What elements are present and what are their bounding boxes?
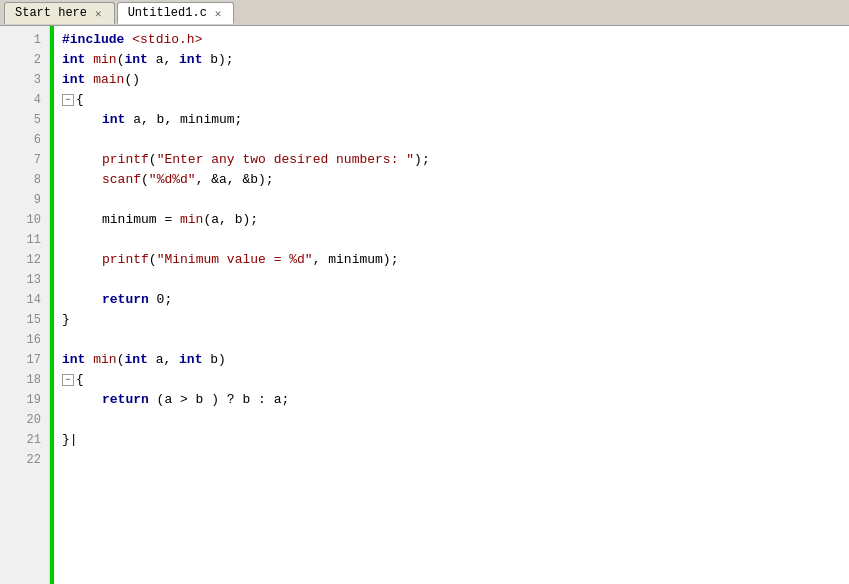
code-token: int — [124, 350, 147, 370]
code-token: ); — [414, 150, 430, 170]
line-number: 2 — [0, 50, 49, 70]
code-token: a, — [148, 50, 179, 70]
line-number: 8 — [0, 170, 49, 190]
editor: 12345678910111213141516171819202122 #inc… — [0, 26, 849, 584]
line-number: 22 — [0, 450, 49, 470]
code-token: printf — [102, 150, 149, 170]
code-token: b) — [202, 350, 225, 370]
code-token: int — [62, 70, 85, 90]
code-line: #include <stdio.h> — [62, 30, 841, 50]
line-number: 10 — [0, 210, 49, 230]
code-token: ( — [149, 250, 157, 270]
code-token: 0; — [149, 290, 172, 310]
code-token: "%d%d" — [149, 170, 196, 190]
code-token — [124, 30, 132, 50]
code-line: return 0; — [62, 290, 841, 310]
tab-close-icon[interactable]: ✕ — [213, 7, 224, 20]
code-line: int main() — [62, 70, 841, 90]
line-number: 20 — [0, 410, 49, 430]
tab-start-here[interactable]: Start here✕ — [4, 2, 115, 24]
code-line: }| — [62, 430, 841, 450]
code-token: min — [93, 350, 116, 370]
code-line — [62, 130, 841, 150]
code-token: int — [124, 50, 147, 70]
code-token: int — [62, 50, 85, 70]
code-token: minimum = — [102, 210, 180, 230]
code-line: −{ — [62, 90, 841, 110]
code-token: ( — [117, 350, 125, 370]
code-token: "Enter any two desired numbers: " — [157, 150, 414, 170]
code-token: (a, b); — [203, 210, 258, 230]
line-number: 4 — [0, 90, 49, 110]
line-number: 19 — [0, 390, 49, 410]
line-number: 13 — [0, 270, 49, 290]
code-token: printf — [102, 250, 149, 270]
code-line: int min(int a, int b); — [62, 50, 841, 70]
line-number: 5 — [0, 110, 49, 130]
code-token: ( — [117, 50, 125, 70]
code-token: min — [93, 50, 116, 70]
line-number: 15 — [0, 310, 49, 330]
code-token: int — [179, 350, 202, 370]
code-token: b); — [202, 50, 233, 70]
code-line — [62, 450, 841, 470]
tab-untitled1.c[interactable]: Untitled1.c✕ — [117, 2, 235, 24]
code-line — [62, 190, 841, 210]
code-line: printf("Minimum value = %d", minimum); — [62, 250, 841, 270]
code-content: #include <stdio.h>int min(int a, int b);… — [54, 26, 849, 584]
code-token — [85, 350, 93, 370]
line-number: 18 — [0, 370, 49, 390]
code-line: return (a > b ) ? b : a; — [62, 390, 841, 410]
code-token: , &a, &b); — [196, 170, 274, 190]
code-token: { — [76, 90, 84, 110]
line-numbers: 12345678910111213141516171819202122 — [0, 26, 50, 584]
tab-close-icon[interactable]: ✕ — [93, 7, 104, 20]
code-line: } — [62, 310, 841, 330]
code-token: () — [124, 70, 140, 90]
code-token: ( — [141, 170, 149, 190]
code-line — [62, 230, 841, 250]
code-token: <stdio.h> — [132, 30, 202, 50]
code-token: { — [76, 370, 84, 390]
code-token: }| — [62, 430, 78, 450]
code-token: (a > b ) ? b : a; — [149, 390, 289, 410]
line-number: 21 — [0, 430, 49, 450]
code-token — [85, 50, 93, 70]
line-number: 17 — [0, 350, 49, 370]
code-line: printf("Enter any two desired numbers: "… — [62, 150, 841, 170]
code-token: main — [93, 70, 124, 90]
code-token: , minimum); — [313, 250, 399, 270]
code-line: scanf("%d%d", &a, &b); — [62, 170, 841, 190]
code-token: ( — [149, 150, 157, 170]
line-number: 14 — [0, 290, 49, 310]
code-token: a, b, minimum; — [125, 110, 242, 130]
code-token: min — [180, 210, 203, 230]
code-line — [62, 410, 841, 430]
code-line: −{ — [62, 370, 841, 390]
line-number: 9 — [0, 190, 49, 210]
fold-icon[interactable]: − — [62, 94, 74, 106]
code-token: } — [62, 310, 70, 330]
tab-bar: Start here✕Untitled1.c✕ — [0, 0, 849, 26]
line-number: 7 — [0, 150, 49, 170]
fold-icon[interactable]: − — [62, 374, 74, 386]
code-token: int — [62, 350, 85, 370]
line-number: 3 — [0, 70, 49, 90]
code-token: int — [102, 110, 125, 130]
code-token: "Minimum value = %d" — [157, 250, 313, 270]
code-token: int — [179, 50, 202, 70]
code-token: scanf — [102, 170, 141, 190]
code-line: minimum = min(a, b); — [62, 210, 841, 230]
code-line — [62, 330, 841, 350]
code-token: #include — [62, 30, 124, 50]
code-token: a, — [148, 350, 179, 370]
line-number: 6 — [0, 130, 49, 150]
code-token: return — [102, 290, 149, 310]
code-line: int min(int a, int b) — [62, 350, 841, 370]
code-line: int a, b, minimum; — [62, 110, 841, 130]
code-token: return — [102, 390, 149, 410]
line-number: 12 — [0, 250, 49, 270]
line-number: 1 — [0, 30, 49, 50]
line-number: 11 — [0, 230, 49, 250]
code-line — [62, 270, 841, 290]
